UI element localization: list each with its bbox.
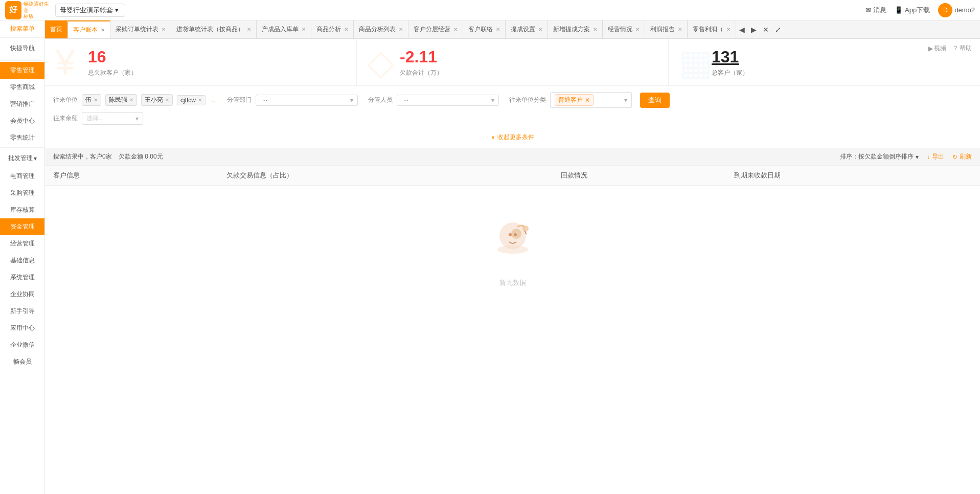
tab-nav-right[interactable]: ▶ (748, 26, 760, 34)
tab-profit-report[interactable]: 利润报告 ✕ (645, 20, 688, 39)
account-selector[interactable]: 母婴行业演示帐套 ▾ (55, 4, 125, 17)
main-layout: 搜索菜单 快捷导航 零售管理 零售商城 营销推广 会员中心 零售统计 批发管理 … (0, 20, 980, 494)
col-debt-info: 欠款交易信息（占比） (218, 166, 553, 186)
tab-home[interactable]: 首页 (45, 20, 68, 39)
logo-area: 好 畅捷通好生意 标版 (5, 1, 50, 19)
remove-wang-btn[interactable]: ✕ (165, 97, 169, 103)
remove-category-btn[interactable]: ✕ (585, 97, 590, 104)
tab-close-all[interactable]: ✕ (760, 26, 772, 34)
tab-purchase-order[interactable]: 采购订单统计表 ✕ (110, 20, 171, 39)
app-download-btn[interactable]: 📱 App下载 (895, 6, 930, 15)
close-tab-icon[interactable]: ✕ (453, 27, 458, 32)
sidebar-item-app-center[interactable]: 应用中心 (0, 320, 44, 336)
refresh-btn[interactable]: ↻ 刷新 (952, 152, 972, 161)
balance-arrow-icon: ▾ (135, 115, 139, 122)
filter-category-dropdown[interactable]: 普通客户 ✕ ▾ (550, 92, 632, 108)
tab-product-analysis[interactable]: 商品分析 ✕ (311, 20, 354, 39)
stat-label-customers: 总欠款客户（家） (88, 69, 137, 77)
user-btn[interactable]: D demo2 (938, 3, 975, 17)
sidebar-item-retail-mgmt[interactable]: 零售管理 (0, 62, 44, 79)
filter-category-label: 往来单位分类 (509, 96, 546, 104)
sidebar-item-quick-nav[interactable]: 快捷导航 (0, 40, 44, 57)
filter-tag-wang: 王小亮 ✕ (141, 94, 173, 106)
filter-row-2: 往来余额 选择... ▾ (53, 112, 972, 125)
tab-commission-settings[interactable]: 提成设置 ✕ (506, 20, 548, 39)
filter-person-dropdown[interactable]: ··· ▾ (397, 95, 499, 106)
tag-chen-text: 陈民强 (109, 96, 127, 104)
close-tab-icon[interactable]: ✕ (678, 27, 682, 32)
tab-new-commission[interactable]: 新增提成方案 ✕ (548, 20, 603, 39)
filter-more-btn[interactable]: ... (212, 97, 217, 104)
tab-inbound-stats[interactable]: 进货单统计表（按商品） ✕ (171, 20, 257, 39)
tab-label: 零售利润（ (693, 25, 723, 34)
sidebar-search[interactable]: 搜索菜单 (0, 20, 44, 38)
stat-label-total: 总客户（家） (712, 69, 748, 77)
export-btn[interactable]: ↓ 导出 (927, 152, 944, 161)
query-btn[interactable]: 查询 (640, 93, 670, 108)
collapse-btn[interactable]: ∧ 收起更多条件 (489, 131, 536, 144)
sidebar-item-finance[interactable]: 资金管理 (0, 218, 44, 235)
sidebar-item-inventory[interactable]: 库存核算 (0, 201, 44, 218)
tab-nav-left[interactable]: ◀ (736, 26, 748, 34)
close-tab-icon[interactable]: ✕ (247, 27, 251, 32)
filter-balance-dropdown[interactable]: 选择... ▾ (82, 112, 143, 125)
message-btn[interactable]: ✉ 消息 (865, 6, 886, 15)
close-tab-icon[interactable]: ✕ (344, 27, 348, 32)
tab-customer-ledger[interactable]: 客户账本 ✕ (68, 20, 110, 39)
video-icon: ▶ (928, 45, 933, 52)
close-tab-icon[interactable]: ✕ (496, 27, 500, 32)
collapse-row: ∧ 收起更多条件 (53, 129, 972, 148)
sidebar-item-system[interactable]: 系统管理 (0, 269, 44, 286)
tab-label: 采购订单统计表 (116, 25, 158, 34)
close-tab-icon[interactable]: ✕ (162, 27, 166, 32)
tab-customer-segment[interactable]: 客户分层经营 ✕ (408, 20, 463, 39)
sidebar-item-basic-info[interactable]: 基础信息 (0, 252, 44, 269)
tab-product-inbound[interactable]: 产成品入库单 ✕ (257, 20, 311, 39)
sidebar-item-retail-stats[interactable]: 零售统计 (0, 129, 44, 146)
tab-operations[interactable]: 经营情况 ✕ (603, 20, 645, 39)
sidebar-item-enterprise[interactable]: 企业协同 (0, 286, 44, 303)
video-link[interactable]: ▶ 视频 (928, 44, 946, 53)
filter-person-label: 分管人员 (368, 96, 393, 104)
tab-label: 提成设置 (511, 25, 535, 34)
sidebar: 搜索菜单 快捷导航 零售管理 零售商城 营销推广 会员中心 零售统计 批发管理 … (0, 20, 45, 494)
sidebar-item-purchase[interactable]: 采购管理 (0, 185, 44, 201)
dept-arrow-icon: ▾ (350, 97, 353, 104)
sidebar-item-new-guide[interactable]: 新手引导 (0, 303, 44, 320)
tab-expand[interactable]: ⤢ (772, 26, 784, 34)
question-icon: ？ (952, 44, 959, 53)
close-tab-icon[interactable]: ✕ (538, 27, 542, 32)
refresh-icon: ↻ (952, 153, 958, 161)
remove-wu-btn[interactable]: ✕ (94, 97, 98, 103)
tag-wu-text: 伍 (85, 96, 92, 104)
remove-cj-btn[interactable]: ✕ (198, 97, 202, 103)
sidebar-item-ecommerce[interactable]: 电商管理 (0, 168, 44, 185)
close-tab-icon[interactable]: ✕ (302, 27, 306, 32)
sort-area: 排序：按欠款金额倒序排序 ▾ ↓ 导出 ↻ 刷新 (840, 152, 972, 161)
stat-value-debt: -2.11 (400, 47, 437, 66)
data-table: 客户信息 欠款交易信息（占比） 回款情况 到期未收款日期 (45, 166, 980, 186)
close-tab-icon[interactable]: ✕ (399, 27, 403, 32)
close-tab-icon[interactable]: ✕ (726, 27, 731, 32)
stat-card-debt: ◇ -2.11 欠款合计（万） (357, 39, 669, 85)
close-tab-icon[interactable]: ✕ (593, 27, 597, 32)
sidebar-item-member[interactable]: 畅会员 (0, 353, 44, 370)
sidebar-item-wholesale-mgmt[interactable]: 批发管理 ▾ (0, 149, 44, 168)
tab-label: 新增提成方案 (553, 25, 590, 34)
remove-chen-btn[interactable]: ✕ (129, 97, 133, 103)
app-download-label: App下载 (905, 6, 930, 15)
sidebar-item-marketing[interactable]: 营销推广 (0, 96, 44, 113)
sidebar-item-retail-mall[interactable]: 零售商城 (0, 79, 44, 96)
close-tab-icon[interactable]: ✕ (635, 27, 640, 32)
sidebar-item-member-center[interactable]: 会员中心 (0, 113, 44, 129)
help-link[interactable]: ？ 帮助 (952, 44, 972, 53)
sidebar-item-enterprise-wechat[interactable]: 企业微信 (0, 336, 44, 353)
filter-dept-dropdown[interactable]: ··· ▾ (256, 95, 358, 106)
empty-icon (490, 216, 536, 272)
sidebar-quick-nav: 快捷导航 (0, 38, 44, 59)
tab-customer-contact[interactable]: 客户联络 ✕ (463, 20, 506, 39)
tab-product-analysis-list[interactable]: 商品分析列表 ✕ (354, 20, 408, 39)
tab-retail-profit[interactable]: 零售利润（ ✕ (688, 20, 736, 39)
close-tab-icon[interactable]: ✕ (101, 27, 105, 33)
sidebar-item-operations[interactable]: 经营管理 (0, 235, 44, 252)
